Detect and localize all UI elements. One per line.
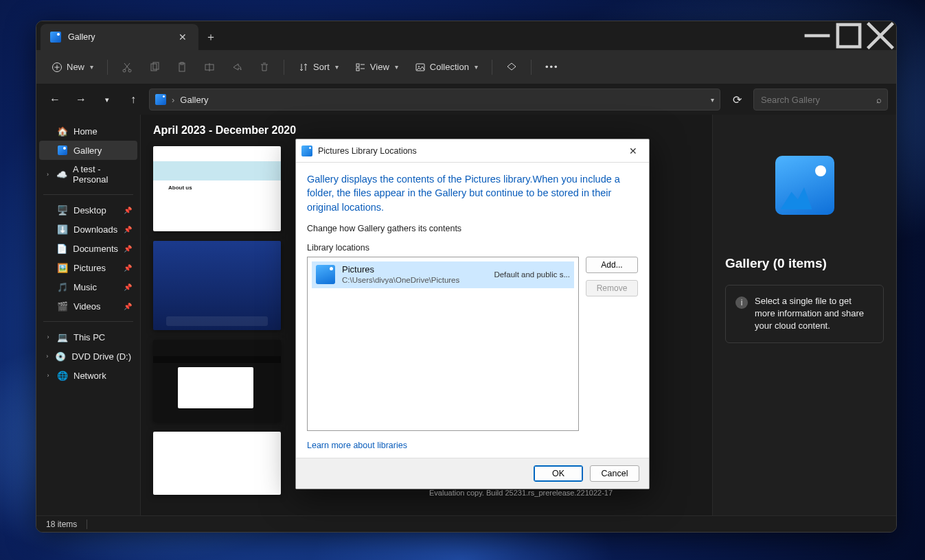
minimize-button[interactable] [801,21,833,50]
trash-icon [259,62,270,73]
cut-icon [122,62,133,73]
pictures-folder-icon [316,265,335,284]
sidebar-item-videos[interactable]: 🎬Videos📌 [39,296,137,316]
back-button[interactable]: ← [45,89,65,110]
pin-icon: 📌 [124,226,132,233]
locations-list[interactable]: Pictures C:\Users\divya\OneDrive\Picture… [307,257,579,431]
sidebar-item-home[interactable]: 🏠Home [39,121,137,141]
location-path: C:\Users\divya\OneDrive\Pictures [342,275,487,285]
thumbnail-item[interactable] [153,340,281,422]
location-tag: Default and public s... [494,270,570,279]
details-title: Gallery (0 items) [725,256,827,271]
dialog-locations-label: Library locations [307,243,638,253]
sidebar-item-music[interactable]: 🎵Music📌 [39,277,137,296]
search-icon: ⌕ [876,95,882,105]
pc-icon: 💻 [57,331,68,342]
sidebar-item-atest[interactable]: ›☁️A test - Personal [39,160,137,189]
sidebar-item-downloads[interactable]: ⬇️Downloads📌 [39,220,137,239]
dialog-footer: OK Cancel [296,458,649,489]
maximize-button[interactable] [833,21,865,50]
dialog-title: Pictures Library Locations [318,146,417,156]
svg-rect-1 [838,25,860,47]
delete-button[interactable] [252,56,277,79]
close-tab-button[interactable]: ✕ [175,32,190,43]
filter-icon [506,62,517,73]
new-tab-button[interactable]: ＋ [198,24,223,50]
dialog-description: Gallery displays the contents of the Pic… [307,172,638,214]
recent-button[interactable]: ▾ [97,89,117,110]
pin-icon: 📌 [124,207,132,214]
sort-button[interactable]: Sort▾ [291,56,345,79]
sidebar-item-network[interactable]: ›🌐Network [39,366,137,385]
search-box[interactable]: ⌕ [753,89,888,110]
more-button[interactable]: ••• [538,56,566,79]
location-item[interactable]: Pictures C:\Users\divya\OneDrive\Picture… [312,261,574,288]
sidebar-item-pictures[interactable]: 🖼️Pictures📌 [39,258,137,277]
home-icon: 🏠 [57,126,68,137]
ok-button[interactable]: OK [534,465,583,482]
tab-title: Gallery [68,32,168,42]
filter-button[interactable] [499,56,524,79]
up-button[interactable]: ↑ [123,89,144,110]
collection-button[interactable]: Collection▾ [408,56,485,79]
details-hint: i Select a single file to get more infor… [725,285,884,343]
add-location-button[interactable]: Add... [586,257,638,273]
cloud-icon: ☁️ [56,169,67,180]
chevron-down-icon[interactable]: ▾ [711,96,714,104]
nav-row: ← → ▾ ↑ › Gallery ▾ ⟳ ⌕ [36,84,896,115]
sidebar-item-dvd[interactable]: ›💿DVD Drive (D:) CCC [39,347,137,366]
view-icon [355,62,366,73]
titlebar: Gallery ✕ ＋ [36,21,896,50]
pin-icon: 📌 [124,264,132,272]
gallery-large-icon [775,156,834,215]
gallery-icon [57,145,68,156]
dialog-subheading: Change how Gallery gathers its contents [307,224,638,233]
thumbnail-item[interactable] [153,432,281,495]
svg-point-20 [418,66,420,67]
pin-icon: 📌 [124,303,132,310]
thumbnail-item[interactable] [153,241,281,330]
desktop-icon: 🖥️ [57,205,68,215]
sidebar-item-desktop[interactable]: 🖥️Desktop📌 [39,200,137,220]
download-icon: ⬇️ [57,224,68,235]
paste-icon [176,62,187,73]
status-items: 18 items [46,520,77,529]
view-button[interactable]: View▾ [348,56,405,79]
forward-button[interactable]: → [71,89,91,110]
rename-button[interactable] [197,56,222,79]
music-icon: 🎵 [57,281,68,292]
gallery-icon [50,32,61,43]
dialog-titlebar: Pictures Library Locations ✕ [296,139,649,163]
paste-button[interactable] [170,56,194,79]
new-button[interactable]: New▾ [45,56,100,79]
copy-button[interactable] [142,56,167,79]
pictures-icon [301,145,312,156]
remove-location-button[interactable]: Remove [586,280,638,296]
sidebar-item-documents[interactable]: 📄Documents📌 [39,239,137,258]
cancel-button[interactable]: Cancel [590,465,639,482]
breadcrumb: Gallery [180,95,208,105]
svg-rect-16 [356,68,359,71]
tab-gallery[interactable]: Gallery ✕ [41,24,198,50]
close-window-button[interactable] [865,21,896,50]
sort-icon [298,62,309,73]
share-icon [231,62,242,73]
videos-icon: 🎬 [57,301,68,312]
pin-icon: 📌 [124,245,132,253]
refresh-button[interactable]: ⟳ [726,89,748,110]
sidebar-item-thispc[interactable]: ›💻This PC [39,327,137,347]
share-button[interactable] [225,56,249,79]
sidebar: 🏠Home Gallery ›☁️A test - Personal 🖥️Des… [36,115,141,515]
sidebar-item-gallery[interactable]: Gallery [39,141,137,160]
status-bar: 18 items [36,515,896,532]
address-bar[interactable]: › Gallery ▾ [149,89,720,110]
search-input[interactable] [761,95,876,105]
collection-icon [415,62,426,73]
cut-button[interactable] [115,56,139,79]
learn-more-link[interactable]: Learn more about libraries [307,441,407,450]
thumbnail-item[interactable] [153,146,281,231]
gallery-icon [155,94,166,105]
library-locations-dialog: Pictures Library Locations ✕ Gallery dis… [295,139,650,489]
dialog-close-button[interactable]: ✕ [623,143,643,159]
network-icon: 🌐 [57,370,68,381]
